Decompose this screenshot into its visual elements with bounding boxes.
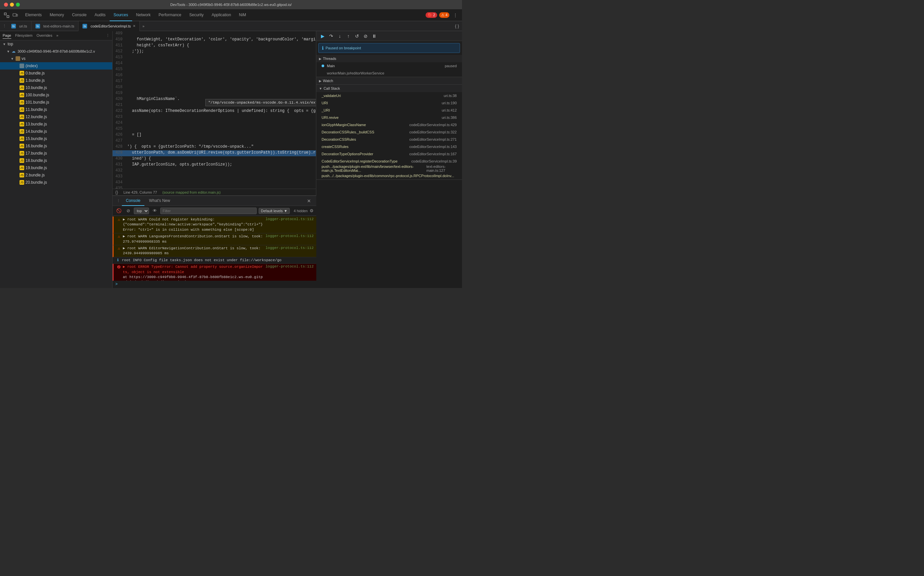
tree-item-17bundle[interactable]: JS 17.bundle.js — [0, 150, 112, 157]
call-stack-item[interactable]: push.../../packages/plugin-ext/lib/commo… — [316, 172, 462, 179]
console-settings-icon[interactable]: ⚙ — [310, 208, 314, 213]
sidebar-toggle-icon[interactable]: ⋮ — [1, 22, 7, 30]
tree-item-0bundle[interactable]: JS 0.bundle.js — [0, 69, 112, 77]
line-content[interactable] — [126, 180, 316, 186]
tabs-overflow-button[interactable]: » — [140, 24, 147, 28]
console-panel-options[interactable]: ⋮ — [115, 197, 121, 205]
line-content[interactable]: ') { opts = {gutterIconPath: "/tmp/vscod… — [126, 144, 316, 150]
line-content[interactable] — [126, 168, 316, 174]
tree-item-15bundle[interactable]: JS 15.bundle.js — [0, 135, 112, 142]
close-button[interactable] — [4, 3, 8, 6]
line-content[interactable]: IAP.gutterIconSize, opts.gutterIconSize)… — [126, 162, 316, 168]
call-stack-item[interactable]: DecorationCSSRulescodeEditorServiceImpl.… — [316, 136, 462, 143]
deactivate-button[interactable]: ⊘ — [362, 32, 369, 40]
thread-main[interactable]: Main paused — [316, 62, 462, 69]
tree-item-13bundle[interactable]: JS 13.bundle.js — [0, 120, 112, 128]
call-stack-item[interactable]: createCSSRulescodeEditorServiceImpl.ts:1… — [316, 143, 462, 150]
tab-performance[interactable]: Performance — [155, 9, 186, 21]
tree-item-18bundle[interactable]: JS 18.bundle.js — [0, 157, 112, 164]
call-stack-item[interactable]: URIuri.ts:190 — [316, 99, 462, 107]
console-tab-whatsnew[interactable]: What's New — [145, 196, 174, 206]
line-content[interactable] — [126, 138, 316, 144]
filter-toggle-button[interactable]: ⊘ — [125, 207, 132, 214]
tree-item-16bundle[interactable]: JS 16.bundle.js — [0, 142, 112, 150]
file-tab-codeEditorServiceImpl[interactable]: ts codeEditorServiceImpl.ts ✕ — [78, 21, 140, 31]
pretty-print-icon[interactable]: { } — [453, 22, 461, 30]
tree-item-1bundle[interactable]: JS 1.bundle.js — [0, 77, 112, 84]
step-over-button[interactable]: ↷ — [328, 32, 335, 40]
line-content[interactable] — [126, 85, 316, 91]
console-close-button[interactable]: ✕ — [304, 198, 314, 203]
context-selector[interactable]: top — [134, 208, 149, 214]
device-icon[interactable] — [11, 11, 19, 19]
line-content[interactable]: height', cssTextArr) { — [126, 43, 316, 49]
line-content[interactable] — [126, 126, 316, 133]
tab-audits[interactable]: Audits — [90, 9, 109, 21]
line-content[interactable] — [126, 79, 316, 85]
step-out-button[interactable]: ↑ — [345, 32, 352, 40]
tree-item-2bundle[interactable]: JS 2.bundle.js — [0, 171, 112, 179]
thread-worker[interactable]: workerMain.js#editorWorkerService — [316, 69, 462, 77]
tab-security[interactable]: Security — [186, 9, 208, 21]
line-content[interactable] — [126, 174, 316, 180]
panel-tab-overrides[interactable]: Overrides — [37, 32, 52, 39]
file-tab-uri-ts[interactable]: ts uri.ts — [7, 21, 32, 31]
call-stack-item[interactable]: push.../packages/plugin-ext/lib/main/bro… — [316, 165, 462, 172]
pause-on-exception-button[interactable]: ⏸ — [371, 32, 378, 40]
console-output[interactable]: ⚠ ▶ root WARN Could not register keybind… — [113, 216, 316, 281]
inspect-icon[interactable] — [3, 11, 11, 19]
close-tab-icon[interactable]: ✕ — [133, 24, 135, 28]
tab-network[interactable]: Network — [132, 9, 155, 21]
file-tab-text-editors[interactable]: ts text-editors-main.ts — [32, 21, 79, 31]
tree-item-14bundle[interactable]: JS 14.bundle.js — [0, 128, 112, 135]
threads-header[interactable]: ▶ Threads — [316, 55, 462, 62]
line-content[interactable] — [126, 61, 316, 67]
tab-elements[interactable]: Elements — [21, 9, 46, 21]
line-content[interactable]: utterIconPath, dom.asDomUri(URI.revive(o… — [126, 150, 316, 156]
call-stack-item[interactable]: DecorationTypeOptionsProvidercodeEditorS… — [316, 150, 462, 158]
panel-tab-page[interactable]: Page — [3, 32, 11, 39]
tab-nim[interactable]: NiM — [235, 9, 250, 21]
line-content[interactable] — [126, 186, 316, 189]
tree-options-icon[interactable]: ⋮ — [106, 34, 110, 38]
tree-item-19bundle[interactable]: JS 19.bundle.js — [0, 164, 112, 171]
tab-sources[interactable]: Sources — [110, 9, 132, 21]
resume-button[interactable]: ▶ — [319, 32, 326, 40]
line-content[interactable] — [126, 120, 316, 126]
line-content[interactable] — [126, 55, 316, 61]
panel-tab-filesystem[interactable]: Filesystem — [15, 32, 33, 39]
call-stack-item[interactable]: _URIuri.ts:412 — [316, 107, 462, 114]
more-options-icon[interactable]: ⋮ — [452, 11, 460, 19]
window-controls[interactable] — [4, 3, 20, 6]
call-stack-item[interactable]: URI.reviveuri.ts:386 — [316, 114, 462, 121]
minimize-button[interactable] — [10, 3, 14, 6]
step-into-button[interactable]: ↓ — [336, 32, 343, 40]
error-count-badge[interactable]: 🔴 2 — [426, 12, 437, 18]
console-filter-input[interactable] — [160, 208, 257, 214]
line-content[interactable] — [126, 67, 316, 73]
tree-item-top[interactable]: ▼ top — [0, 40, 112, 48]
call-stack-item[interactable]: ionGlyphMarginClassNamecodeEditorService… — [316, 121, 462, 128]
call-stack-item[interactable]: DecorationCSSRules._buildCSScodeEditorSe… — [316, 128, 462, 136]
line-content[interactable]: fontWeight, 'textDecoration', 'color', '… — [126, 37, 316, 43]
tree-item-remote[interactable]: ▼ ☁ 3000-c949f0b0-9946-4f3f-87b8-b600fb8… — [0, 48, 112, 55]
tree-item-101bundle[interactable]: JS 101.bundle.js — [0, 99, 112, 106]
call-stack-item[interactable]: CodeEditorServiceImpl.registerDecoration… — [316, 158, 462, 165]
tree-item-20bundle[interactable]: JS 20.bundle.js — [0, 179, 112, 186]
line-content[interactable] — [126, 115, 316, 120]
tab-console[interactable]: Console — [68, 9, 90, 21]
line-content[interactable]: = [] — [126, 133, 316, 138]
watch-header[interactable]: ▶ Watch — [316, 77, 462, 85]
tree-item-11bundle[interactable]: JS 11.bundle.js — [0, 106, 112, 113]
tree-item-100bundle[interactable]: JS 100.bundle.js — [0, 91, 112, 99]
console-tab-console[interactable]: Console — [122, 196, 144, 206]
line-content[interactable] — [126, 73, 316, 79]
tree-item-index[interactable]: (index) — [0, 62, 112, 69]
line-content[interactable] — [126, 31, 316, 37]
warn-count-badge[interactable]: ⚠ 4 — [439, 12, 449, 18]
callstack-header[interactable]: ▼ Call Stack — [316, 85, 462, 92]
tree-item-vs[interactable]: ▼ vs — [0, 55, 112, 62]
console-prompt[interactable]: > — [113, 281, 316, 288]
line-content[interactable]: ined') { — [126, 156, 316, 162]
panel-tab-more[interactable]: » — [56, 32, 58, 39]
